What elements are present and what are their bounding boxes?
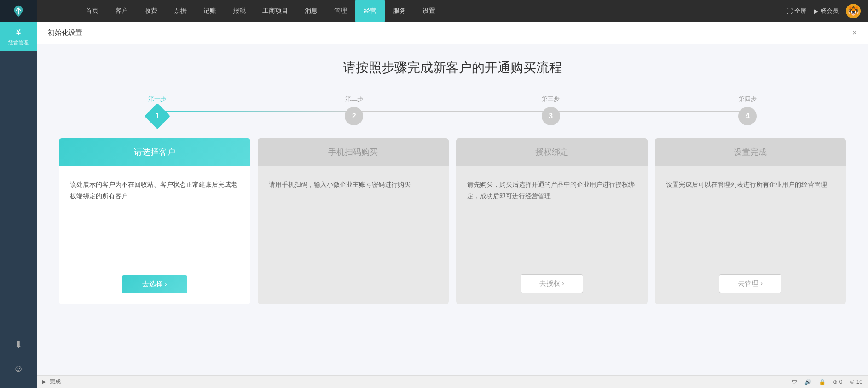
status-bar: ▶ 完成 🛡 🔊 🔒 ⊕ 0 ① 10 bbox=[37, 375, 868, 388]
step-1-icon-wrap: 1 bbox=[148, 107, 167, 129]
download-icon[interactable]: ⬇ bbox=[0, 335, 37, 355]
card-4-footer: 去管理 › bbox=[655, 267, 846, 304]
nav-xiaoxi[interactable]: 消息 bbox=[296, 0, 326, 22]
card-3: 授权绑定 请先购买，购买后选择开通的产品中的企业用户进行授权绑定，成功后即可进行… bbox=[456, 138, 648, 304]
nav-fuwu[interactable]: 服务 bbox=[385, 0, 414, 22]
step-4-circle: 4 bbox=[738, 107, 757, 125]
step-2-label: 第二步 bbox=[345, 95, 363, 103]
connector-2-3: › bbox=[354, 111, 551, 112]
card-4-header: 设置完成 bbox=[655, 138, 846, 166]
step-4-label: 第四步 bbox=[739, 95, 757, 103]
page-content: 请按照步骤完成新客户的开通购买流程 第一步 1 › 第二步 bbox=[37, 44, 868, 388]
card-4-btn[interactable]: 去管理 › bbox=[719, 274, 781, 293]
volume-icon: 🔊 bbox=[804, 379, 811, 385]
card-3-body: 请先购买，购买后选择开通的产品中的企业用户进行授权绑定，成功后即可进行经营管理 bbox=[456, 166, 648, 267]
nav-piaoju[interactable]: 票据 bbox=[166, 0, 195, 22]
lock-icon: 🔒 bbox=[819, 379, 826, 385]
nav-jingying[interactable]: 经营 bbox=[355, 0, 385, 22]
sidebar-bottom: ⬇ ☺ bbox=[0, 335, 37, 388]
steps-row: 第一步 1 › 第二步 2 › bbox=[59, 95, 846, 129]
step-1-label: 第一步 bbox=[148, 95, 166, 103]
sub-header: 初始化设置 × bbox=[37, 22, 868, 44]
status-bar-right: 🛡 🔊 🔒 ⊕ 0 ① 10 bbox=[792, 379, 862, 385]
step-3-circle: 3 bbox=[542, 107, 560, 125]
nav-home[interactable]: 首页 bbox=[77, 0, 107, 22]
main-title: 请按照步骤完成新客户的开通购买流程 bbox=[59, 59, 846, 76]
sidebar-item-jingying[interactable]: ¥ 经营管理 bbox=[0, 22, 37, 51]
nav-jizhen[interactable]: 记账 bbox=[195, 0, 225, 22]
card-1-btn[interactable]: 去选择 › bbox=[122, 275, 187, 293]
nav-shezhi[interactable]: 设置 bbox=[414, 0, 444, 22]
connector-3-4: › bbox=[551, 111, 748, 112]
card-4-body: 设置完成后可以在管理列表进行所有企业用户的经营管理 bbox=[655, 166, 846, 267]
status-text: 完成 bbox=[50, 378, 61, 386]
step-3: 第三步 3 › bbox=[452, 95, 649, 125]
jingying-icon: ¥ bbox=[16, 27, 21, 37]
play-icon: ▶ bbox=[42, 379, 46, 385]
card-1-footer: 去选择 › bbox=[59, 268, 250, 304]
sidebar: ¥ 经营管理 ⬇ ☺ bbox=[0, 0, 37, 388]
nav-baoshui[interactable]: 报税 bbox=[225, 0, 254, 22]
fullscreen-btn[interactable]: ⛶ 全屏 bbox=[786, 7, 806, 15]
member-icon: ▶ bbox=[814, 7, 819, 15]
version-info: ① 10 bbox=[850, 379, 862, 385]
member-btn[interactable]: ▶ 畅会员 bbox=[814, 7, 839, 15]
nav-gongshang[interactable]: 工商项目 bbox=[254, 0, 296, 22]
step-2: 第二步 2 › bbox=[256, 95, 453, 125]
cards-row: 请选择客户 该处展示的客户为不在回收站、客户状态正常建账后完成老板端绑定的所有客… bbox=[59, 138, 846, 304]
connector-1-2: › bbox=[157, 111, 354, 112]
nav-guanli[interactable]: 管理 bbox=[326, 0, 355, 22]
sidebar-item-label: 经营管理 bbox=[8, 39, 29, 46]
avatar[interactable]: 🐯 bbox=[846, 4, 861, 18]
support-icon[interactable]: ☺ bbox=[0, 359, 37, 379]
notif-count: ⊕ 0 bbox=[833, 379, 842, 385]
step-1: 第一步 1 › bbox=[59, 95, 256, 129]
card-1: 请选择客户 该处展示的客户为不在回收站、客户状态正常建账后完成老板端绑定的所有客… bbox=[59, 138, 250, 304]
card-2-footer bbox=[258, 286, 449, 304]
card-1-header: 请选择客户 bbox=[59, 138, 250, 166]
nav-shoufei[interactable]: 收费 bbox=[136, 0, 166, 22]
step-4: 第四步 4 bbox=[649, 95, 846, 125]
step-3-label: 第三步 bbox=[542, 95, 560, 103]
sidebar-logo bbox=[0, 0, 37, 22]
shield-icon: 🛡 bbox=[792, 379, 797, 385]
card-2-header: 手机扫码购买 bbox=[258, 138, 449, 166]
card-4: 设置完成 设置完成后可以在管理列表进行所有企业用户的经营管理 去管理 › bbox=[655, 138, 846, 304]
step-1-number: 1 bbox=[155, 112, 159, 120]
close-button[interactable]: × bbox=[852, 28, 857, 38]
nav-right: ⛶ 全屏 ▶ 畅会员 🐯 bbox=[786, 4, 868, 18]
page-title: 初始化设置 bbox=[48, 29, 82, 37]
card-2: 手机扫码购买 请用手机扫码，输入小微企业主账号密码进行购买 bbox=[258, 138, 449, 304]
nav-client[interactable]: 客户 bbox=[107, 0, 136, 22]
fullscreen-icon: ⛶ bbox=[786, 7, 793, 15]
step-2-circle: 2 bbox=[345, 107, 363, 125]
card-3-btn[interactable]: 去授权 › bbox=[521, 274, 583, 293]
step-1-pointer bbox=[154, 124, 161, 129]
card-3-footer: 去授权 › bbox=[456, 267, 648, 304]
top-nav: 首页 客户 收费 票据 记账 报税 工商项目 消息 管理 经营 服务 设置 ⛶ … bbox=[37, 0, 868, 22]
card-1-body: 该处展示的客户为不在回收站、客户状态正常建账后完成老板端绑定的所有客户 bbox=[59, 166, 250, 268]
card-2-body: 请用手机扫码，输入小微企业主账号密码进行购买 bbox=[258, 166, 449, 286]
card-3-header: 授权绑定 bbox=[456, 138, 648, 166]
main-area: 初始化设置 × 请按照步骤完成新客户的开通购买流程 第一步 1 › bbox=[37, 22, 868, 388]
